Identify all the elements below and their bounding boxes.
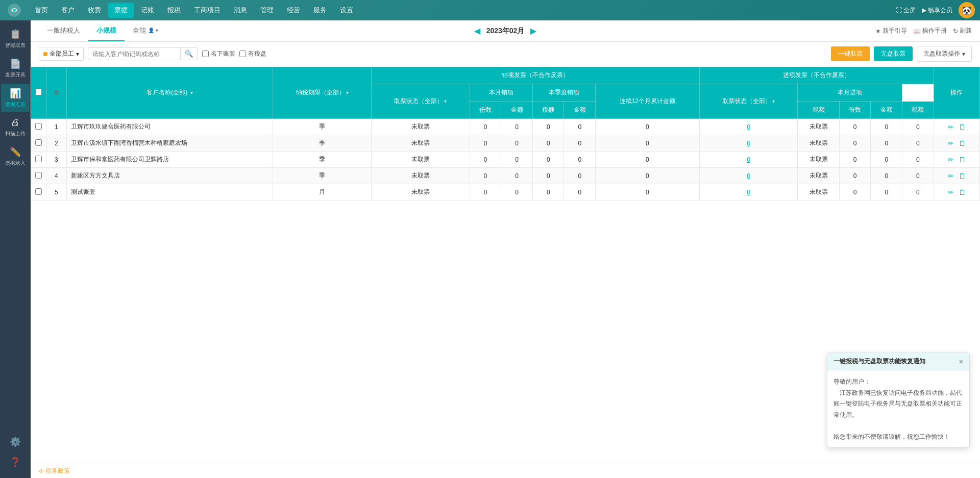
table-settings-icon[interactable]: ⚙ (54, 89, 59, 96)
sidebar-item-entry[interactable]: ✏️ 票据录入 (1, 142, 30, 171)
fullscreen-btn[interactable]: ⛶ 全屏 (896, 6, 916, 15)
sub-tabs-bar: 一般纳税人 小规模 全能 👤 ▾ ◀ 2023年02月 ▶ ★ 新手引导 📖 操… (31, 20, 980, 42)
sidebar-item-settings-bottom[interactable]: ⚙️ (1, 432, 30, 451)
nav-operation[interactable]: 经营 (281, 3, 306, 18)
user-avatar[interactable]: 🐼 (959, 2, 975, 18)
row-purchase-month-amount-4: 0 (871, 184, 902, 200)
nav-management[interactable]: 管理 (254, 3, 280, 18)
row-actions-3: ✏ 🗒 (934, 168, 979, 184)
th-sales-season-amount: 金额 (564, 102, 596, 119)
nav-menu: 首页 客户 收费 票据 记账 报税 工商项目 消息 管理 经营 服务 设置 (29, 3, 896, 18)
row-12month-0: 0 (699, 119, 798, 135)
detail-icon-0[interactable]: 🗒 (959, 123, 966, 131)
edit-icon-4[interactable]: ✏ (948, 188, 954, 196)
row-sales-season-amount-0: 0 (564, 119, 596, 135)
row-purchase-status-1: 未取票 (798, 135, 839, 152)
row-checkbox-0[interactable] (35, 123, 42, 130)
nav-service[interactable]: 服务 (307, 3, 333, 18)
row-12month-1: 0 (699, 135, 798, 152)
employee-select[interactable]: 全部员工 ▾ (39, 47, 84, 61)
checkbox-tax-disk[interactable]: 有税盘 (239, 49, 266, 58)
row-purchase-month-count-0: 0 (839, 119, 871, 135)
sidebar-item-open-invoice[interactable]: 📄 发票开具 (1, 54, 30, 83)
nav-settings[interactable]: 设置 (334, 3, 359, 18)
edit-icon-2[interactable]: ✏ (948, 156, 954, 164)
row-purchase-status-3: 未取票 (798, 168, 839, 184)
diskless-invoice-btn[interactable]: 无盘取票 (874, 46, 913, 61)
filter-name-icon[interactable]: ▾ (190, 90, 193, 95)
nav-client[interactable]: 客户 (55, 3, 81, 18)
th-operation: 操作 (934, 67, 979, 119)
row-purchase-month-tax-1: 0 (902, 135, 934, 152)
tab-general-taxpayer[interactable]: 一般纳税人 (39, 21, 88, 41)
row-sales-season-tax-0: 0 (596, 119, 700, 135)
notification-scroll: 尊敬的用户： 江苏政务网已恢复访问电子税务局功能，易代账一键登陆电子税务局与无盘… (827, 370, 969, 447)
row-purchase-status-2: 未取票 (798, 152, 839, 168)
guide-btn[interactable]: ★ 新手引导 (875, 27, 907, 35)
nav-tax[interactable]: 报税 (161, 3, 187, 18)
nav-accounting[interactable]: 记账 (135, 3, 160, 18)
nav-message[interactable]: 消息 (228, 3, 253, 18)
diskless-operation-btn[interactable]: 无盘取票操作 ▾ (917, 46, 972, 62)
detail-icon-3[interactable]: 🗒 (959, 172, 966, 180)
table-row: 5 测试账套 月 未取票 0 0 0 0 0 0 未取票 0 0 0 ✏ 🗒 (31, 184, 980, 200)
notification-close-btn[interactable]: × (959, 358, 963, 366)
detail-icon-1[interactable]: 🗒 (959, 139, 966, 147)
search-button[interactable]: 🔍 (180, 48, 198, 60)
sidebar-item-smart-invoice[interactable]: 📋 智能取票 (1, 24, 30, 53)
row-purchase-month-tax-0: 0 (902, 119, 934, 135)
chevron-down-icon: ▾ (962, 51, 965, 58)
th-sales-month-count: 份数 (470, 102, 501, 119)
one-click-invoice-btn[interactable]: 一键取票 (831, 46, 870, 61)
vip-btn[interactable]: ▶ 畅享会员 (922, 6, 952, 15)
row-checkbox-1[interactable] (35, 139, 42, 146)
account-checkbox[interactable] (202, 51, 209, 57)
tab-all[interactable]: 全能 👤 ▾ (125, 21, 166, 41)
th-checkbox (31, 67, 46, 119)
sidebar-item-scan[interactable]: 🖨 扫描上传 (1, 113, 30, 141)
sidebar-item-help[interactable]: ❓ (1, 452, 30, 472)
sidebar-item-summary[interactable]: 📊 票据汇总 (1, 84, 30, 112)
detail-icon-4[interactable]: 🗒 (959, 188, 966, 196)
filter-period-icon[interactable]: ▾ (346, 90, 349, 95)
period-prev-btn[interactable]: ◀ (474, 26, 480, 36)
refresh-btn[interactable]: ↻ 刷新 (953, 27, 972, 35)
edit-icon-3[interactable]: ✏ (948, 172, 954, 180)
row-sales-month-count-3: 0 (470, 168, 501, 184)
svg-point-1 (13, 9, 16, 12)
row-sales-status-1: 未取票 (371, 135, 470, 152)
period-next-btn[interactable]: ▶ (530, 26, 536, 36)
row-checkbox-2[interactable] (35, 156, 42, 162)
table-row: 3 卫辉市保和堂医药有限公司卫辉路店 季 未取票 0 0 0 0 0 0 未取票… (31, 152, 980, 168)
sub-tabs-right: ★ 新手引导 📖 操作手册 ↻ 刷新 (875, 27, 972, 35)
select-all-checkbox[interactable] (35, 89, 42, 95)
th-settings-col: ⚙ (46, 67, 67, 119)
tax-disk-checkbox[interactable] (239, 51, 246, 57)
th-purchase-group: 进项发票（不合作废票） (699, 67, 934, 84)
manual-btn[interactable]: 📖 操作手册 (913, 27, 947, 35)
row-sales-season-amount-3: 0 (564, 168, 596, 184)
th-sales-month-amount: 金额 (501, 102, 533, 119)
row-period-0: 季 (273, 119, 372, 135)
filter-sales-status-icon[interactable]: ▾ (444, 98, 447, 104)
th-purchase-month-amount: 金额 (871, 102, 902, 119)
tab-small-scale[interactable]: 小规模 (88, 21, 125, 41)
edit-icon-1[interactable]: ✏ (948, 139, 954, 147)
search-input[interactable] (88, 48, 180, 60)
row-sales-status-2: 未取票 (371, 152, 470, 168)
edit-icon-0[interactable]: ✏ (948, 123, 954, 131)
smart-invoice-icon: 📋 (10, 29, 21, 40)
nav-invoice[interactable]: 票据 (108, 3, 134, 18)
entry-icon: ✏️ (10, 146, 21, 158)
nav-home[interactable]: 首页 (29, 3, 54, 18)
row-purchase-month-tax-4: 0 (902, 184, 934, 200)
row-checkbox-3[interactable] (35, 172, 42, 179)
checkbox-account[interactable]: 名下账套 (202, 49, 235, 58)
detail-icon-2[interactable]: 🗒 (959, 156, 966, 164)
filter-purchase-status-icon[interactable]: ▾ (772, 98, 775, 104)
row-actions-2: ✏ 🗒 (934, 152, 979, 168)
nav-fee[interactable]: 收费 (82, 3, 107, 18)
tax-policy-link[interactable]: ⊙ 税务政策 (39, 467, 70, 475)
row-checkbox-4[interactable] (35, 188, 42, 195)
nav-business[interactable]: 工商项目 (188, 3, 227, 18)
